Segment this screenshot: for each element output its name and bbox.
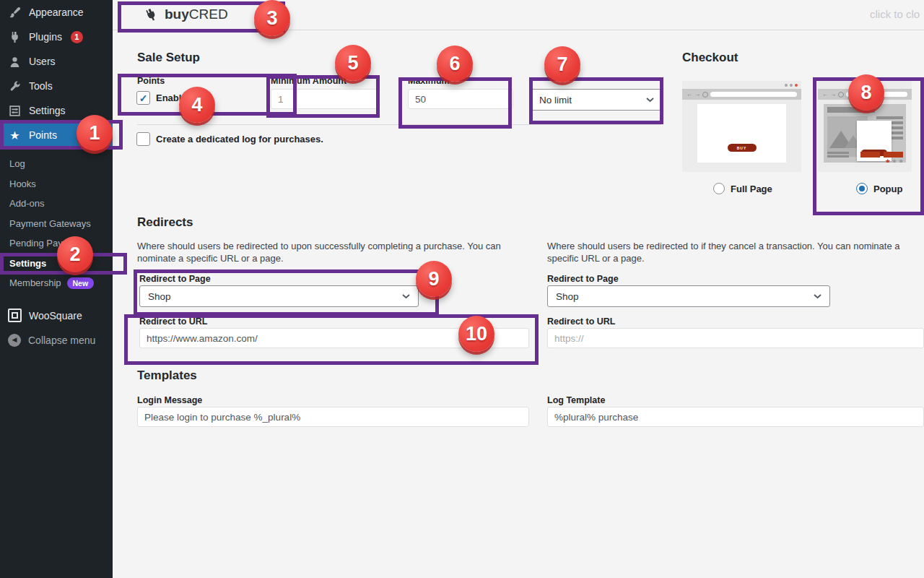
chevron-down-icon: [402, 294, 410, 299]
login-message-label: Login Message: [137, 395, 202, 405]
browser-address-bar: ← →: [682, 89, 801, 100]
chevron-down-icon: [646, 98, 654, 103]
plug-icon: [8, 30, 22, 44]
back-arrow-icon: ←: [822, 92, 828, 98]
redirect-success-description: Where should users be redirected to upon…: [137, 241, 514, 264]
collapse-menu-button[interactable]: ◀ Collapse menu: [0, 328, 113, 353]
section-divider: [137, 124, 661, 125]
sidebar-item-label: Tools: [29, 80, 53, 92]
sidebar-item-plugins[interactable]: Plugins 1: [0, 25, 113, 49]
collapse-icon: ◀: [8, 334, 21, 347]
click-to-close-hint[interactable]: click to clo: [870, 8, 920, 20]
sliders-icon: [8, 104, 22, 118]
sidebar-item-label: Plugins: [29, 31, 62, 43]
sidebar-item-tools[interactable]: Tools: [0, 74, 113, 98]
dedicated-log-checkbox[interactable]: Create a dedicated log for purchases.: [136, 132, 323, 146]
sidebar-footer: WooSquare ◀ Collapse menu: [0, 303, 113, 353]
redirect-url-label: Redirect to URL: [139, 316, 207, 327]
plugins-update-count: 1: [71, 31, 83, 43]
star-icon: ★: [8, 129, 22, 142]
submenu-item-payment-gateways[interactable]: Payment Gateways: [0, 214, 113, 234]
plugin-topbar: buyCRED click to clo: [113, 0, 924, 30]
screen: Appearance Plugins 1 Users Tools Setti: [0, 0, 924, 578]
sidebar-item-label: Points: [29, 129, 57, 141]
wrench-icon: [8, 79, 22, 93]
submenu-item-settings[interactable]: Settings: [0, 254, 113, 274]
annotation-badge-4: 4: [179, 87, 215, 123]
mock-page: BUY ★★★: [824, 104, 906, 163]
reload-icon: [838, 92, 844, 98]
sidebar-item-label: Appearance: [29, 7, 84, 18]
submenu-item-addons[interactable]: Add-ons: [0, 194, 113, 214]
templates-title: Templates: [137, 368, 197, 383]
points-label: Points: [137, 76, 165, 86]
rating-stars-icon: ★★★: [885, 158, 905, 163]
annotation-badge-10: 10: [458, 316, 494, 352]
log-template-label: Log Template: [547, 395, 605, 405]
annotation-badge-6: 6: [437, 46, 473, 82]
radio-checked-icon: [856, 183, 868, 194]
cancel-redirect-url-label: Redirect to URL: [547, 316, 615, 327]
paintbrush-icon: [8, 6, 22, 20]
cancel-redirect-page-select[interactable]: Shop: [547, 285, 830, 307]
sidebar-item-users[interactable]: Users: [0, 49, 113, 74]
annotation-badge-3: 3: [254, 0, 290, 36]
points-submenu: Log Hooks Add-ons Payment Gateways Pendi…: [0, 154, 113, 293]
woosquare-icon: [8, 309, 22, 322]
mock-button: [884, 152, 903, 158]
redirects-title: Redirects: [137, 215, 193, 230]
submenu-item-hooks[interactable]: Hooks: [0, 174, 113, 194]
forward-arrow-icon: →: [694, 92, 700, 98]
sidebar-item-appearance[interactable]: Appearance: [0, 0, 113, 25]
user-icon: [8, 55, 22, 69]
annotation-badge-1: 1: [77, 115, 113, 151]
browser-dots-icon: [785, 84, 798, 87]
annotation-badge-9: 9: [416, 261, 452, 297]
checkbox-checked-icon: ✓: [136, 91, 150, 105]
popup-radio[interactable]: Popup: [856, 183, 902, 194]
mock-footer-lines: [827, 152, 849, 158]
full-page-radio[interactable]: Full Page: [713, 183, 772, 194]
submenu-item-membership[interactable]: Membership New: [0, 273, 113, 293]
redirect-cancel-description: Where should users be redirected to if t…: [547, 241, 921, 264]
limit-select[interactable]: No limit: [531, 89, 663, 111]
sidebar-item-label: Settings: [29, 105, 66, 116]
submenu-item-pending-payments[interactable]: Pending Payments: [0, 233, 113, 254]
plug-icon: [142, 5, 160, 23]
annotation-badge-8: 8: [848, 74, 884, 111]
full-page-preview[interactable]: ← → BUY: [682, 81, 801, 172]
log-template-input[interactable]: [547, 407, 924, 427]
cancel-redirect-page-label: Redirect to Page: [547, 274, 619, 284]
admin-sidebar: Appearance Plugins 1 Users Tools Setti: [0, 0, 113, 578]
checkbox-unchecked-icon: [136, 132, 150, 146]
chevron-down-icon: [814, 294, 821, 299]
checkout-title: Checkout: [682, 51, 738, 65]
login-message-input[interactable]: [137, 407, 529, 427]
radio-unchecked-icon: [713, 183, 725, 194]
back-arrow-icon: ←: [687, 92, 692, 98]
minimum-amount-input[interactable]: [271, 89, 378, 109]
annotation-badge-5: 5: [335, 45, 371, 81]
buycred-logo: buyCRED: [144, 7, 228, 22]
redirect-page-label: Redirect to Page: [139, 274, 211, 284]
reload-icon: [702, 92, 708, 98]
buy-button: BUY: [728, 144, 757, 152]
forward-arrow-icon: →: [830, 92, 836, 98]
new-badge: New: [67, 277, 95, 289]
annotation-badge-7: 7: [544, 46, 580, 82]
submenu-item-log[interactable]: Log: [0, 154, 113, 174]
maximum-input[interactable]: [408, 89, 513, 109]
cancel-redirect-url-input[interactable]: [547, 328, 924, 348]
redirect-page-select[interactable]: Shop: [139, 285, 419, 307]
mock-page: BUY: [697, 104, 786, 163]
minimum-amount-label: Minimum Amount: [271, 76, 346, 86]
settings-page: buyCRED click to clo Sale Setup Points ✓…: [113, 0, 924, 578]
mock-button: [860, 152, 880, 158]
sidebar-item-label: Users: [29, 56, 56, 67]
annotation-badge-2: 2: [57, 236, 93, 272]
sidebar-item-woosquare[interactable]: WooSquare: [0, 303, 113, 328]
sale-setup-title: Sale Setup: [137, 51, 200, 65]
